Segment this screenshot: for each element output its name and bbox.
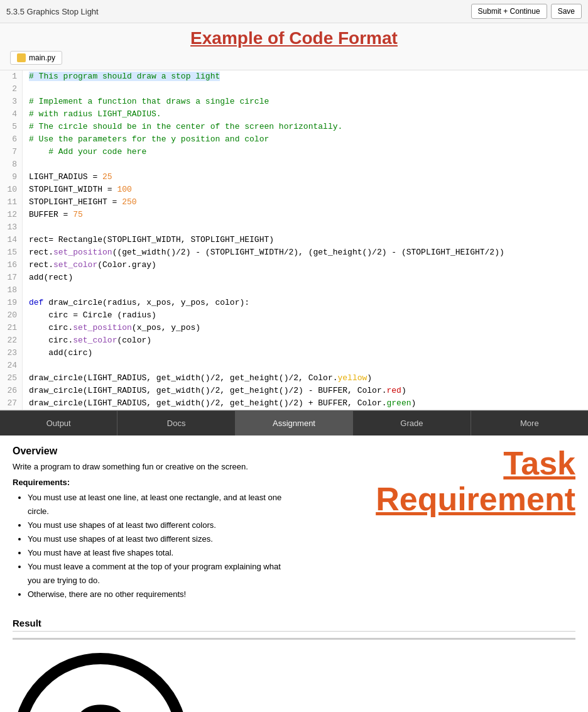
tab-docs[interactable]: Docs <box>117 411 235 435</box>
result-section: Result ? <box>0 611 588 712</box>
file-tab-label: main.py <box>29 53 55 62</box>
example-title: Example of Code Format <box>10 28 578 48</box>
assignment-panel: Overview Write a program to draw somethi… <box>0 435 588 611</box>
toolbar-buttons: Submit + Continue Save <box>471 4 582 19</box>
result-title: Result <box>13 618 575 632</box>
code-header: Example of Code Format main.py <box>0 23 588 70</box>
overview-description: Write a program to draw something fun or… <box>13 462 293 471</box>
python-icon <box>17 53 26 62</box>
save-button[interactable]: Save <box>551 4 582 19</box>
question-mark-svg: ? <box>13 652 188 712</box>
result-divider <box>13 638 575 640</box>
assignment-left: Overview Write a program to draw somethi… <box>13 446 293 601</box>
tab-assignment[interactable]: Assignment <box>236 411 353 435</box>
code-section: Example of Code Format main.py 12345 678… <box>0 23 588 410</box>
req-item: You must have at least five shapes total… <box>28 546 293 560</box>
result-image-area: ? <box>13 646 575 712</box>
code-body: 12345 678910 1112131415 1617181920 21222… <box>0 70 588 410</box>
req-item: You must use at least one line, at least… <box>28 491 293 518</box>
line-numbers: 12345 678910 1112131415 1617181920 21222… <box>0 70 23 410</box>
tab-more[interactable]: More <box>471 411 588 435</box>
req-item: Otherwise, there are no other requiremen… <box>28 588 293 601</box>
tab-output[interactable]: Output <box>0 411 117 435</box>
svg-text:?: ? <box>70 684 131 712</box>
tab-grade[interactable]: Grade <box>353 411 471 435</box>
assignment-content: Overview Write a program to draw somethi… <box>13 446 575 601</box>
app-title: 5.3.5 Graphics Stop Light <box>6 7 99 16</box>
submit-continue-button[interactable]: Submit + Continue <box>471 4 547 19</box>
code-editor[interactable]: # This program should draw a stop light … <box>23 70 588 410</box>
file-tab[interactable]: main.py <box>10 51 62 65</box>
assignment-right: Task Requirement <box>293 446 575 517</box>
overview-title: Overview <box>13 446 293 457</box>
title-bar: 5.3.5 Graphics Stop Light Submit + Conti… <box>0 0 588 23</box>
task-requirement-title: Task Requirement <box>305 446 575 517</box>
requirements-title: Requirements: <box>13 478 293 487</box>
req-item: You must use shapes of at least two diff… <box>28 518 293 532</box>
tabs-bar: Output Docs Assignment Grade More <box>0 410 588 435</box>
req-item: You must leave a comment at the top of y… <box>28 560 293 588</box>
requirements-list: You must use at least one line, at least… <box>13 491 293 601</box>
req-item: You must use shapes of at least two diff… <box>28 532 293 546</box>
